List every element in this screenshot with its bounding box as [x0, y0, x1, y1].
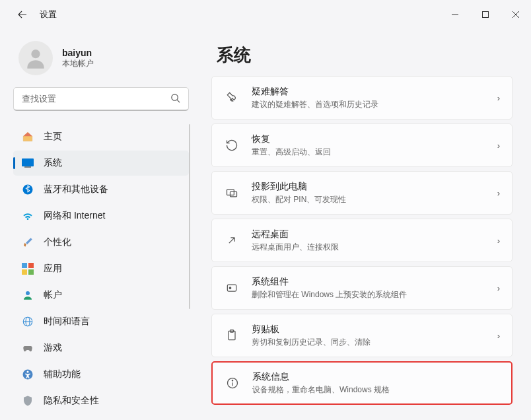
nav-system[interactable]: 系统 [13, 151, 189, 176]
user-sub: 本地帐户 [62, 58, 94, 69]
nav-label: 隐私和安全性 [44, 395, 99, 407]
svg-rect-22 [227, 285, 236, 291]
card-sub: 剪切和复制历史记录、同步、清除 [252, 337, 497, 348]
window-controls [440, 0, 531, 29]
card-sub: 建议的疑难解答、首选项和历史记录 [252, 99, 497, 110]
components-icon [224, 280, 240, 296]
shield-icon [21, 394, 34, 407]
card-title: 剪贴板 [252, 324, 497, 335]
wrench-icon [224, 90, 240, 106]
svg-point-19 [27, 370, 29, 372]
svg-rect-12 [22, 269, 27, 275]
chevron-right-icon: › [497, 188, 500, 198]
nav-label: 网络和 Internet [44, 210, 105, 222]
nav-time[interactable]: 时间和语言 [13, 309, 189, 334]
avatar [18, 41, 53, 75]
nav-label: 主页 [44, 131, 62, 143]
svg-rect-10 [22, 263, 27, 268]
chevron-right-icon: › [497, 236, 500, 246]
card-about[interactable]: 系统信息 设备规格，重命名电脑、Windows 规格 [211, 361, 513, 405]
recovery-icon [224, 137, 240, 153]
card-components[interactable]: 系统组件 删除和管理在 Windows 上预安装的系统组件 › [211, 266, 513, 310]
chevron-right-icon: › [497, 331, 500, 341]
person-icon [21, 289, 34, 302]
page-title: 系统 [211, 44, 513, 67]
svg-rect-11 [28, 263, 34, 268]
svg-rect-21 [230, 192, 237, 197]
nav-bluetooth[interactable]: 蓝牙和其他设备 [13, 177, 189, 202]
maximize-button[interactable] [470, 0, 501, 29]
nav-gaming[interactable]: 游戏 [13, 335, 189, 361]
card-recovery[interactable]: 恢复 重置、高级启动、返回 › [211, 123, 513, 167]
nav-personalization[interactable]: 个性化 [13, 230, 189, 255]
globe-icon [21, 315, 34, 328]
nav-label: 辅助功能 [44, 368, 81, 380]
nav-privacy[interactable]: 隐私和安全性 [13, 388, 189, 413]
nav-accounts[interactable]: 帐户 [13, 283, 189, 308]
nav-label: 蓝牙和其他设备 [44, 184, 108, 195]
card-sub: 远程桌面用户、连接权限 [252, 242, 497, 253]
nav-home[interactable]: 主页 [13, 124, 189, 149]
home-icon [21, 130, 34, 143]
user-name: baiyun [62, 48, 94, 58]
settings-list: 疑难解答 建议的疑难解答、首选项和历史记录 › 恢复 重置、高级启动、返回 › … [211, 76, 513, 405]
nav-apps[interactable]: 应用 [13, 256, 189, 281]
sidebar: baiyun 本地帐户 主页 系统 [0, 29, 198, 420]
close-button[interactable] [501, 0, 531, 29]
main-content: 系统 疑难解答 建议的疑难解答、首选项和历史记录 › 恢复 重置、高级启动、返回… [198, 29, 531, 420]
scrollbar[interactable] [189, 124, 190, 309]
svg-point-28 [232, 380, 232, 381]
card-project[interactable]: 投影到此电脑 权限、配对 PIN、可发现性 › [211, 171, 513, 215]
user-profile[interactable]: baiyun 本地帐户 [13, 38, 189, 87]
svg-rect-13 [28, 269, 34, 275]
nav-label: 系统 [44, 157, 62, 169]
nav: 主页 系统 蓝牙和其他设备 网络和 Internet 个性化 [13, 124, 189, 413]
bluetooth-icon [21, 183, 34, 196]
minimize-button[interactable] [440, 0, 470, 29]
svg-point-4 [31, 50, 40, 58]
nav-label: 应用 [44, 263, 62, 275]
card-title: 投影到此电脑 [252, 181, 497, 193]
project-icon [224, 185, 240, 201]
svg-rect-1 [483, 12, 489, 18]
nav-label: 帐户 [44, 289, 62, 301]
chevron-right-icon: › [497, 141, 500, 151]
svg-point-14 [26, 291, 30, 295]
card-title: 系统信息 [252, 371, 499, 383]
card-remote[interactable]: 远程桌面 远程桌面用户、连接权限 › [211, 219, 513, 262]
nav-label: 个性化 [44, 236, 71, 248]
info-icon [225, 375, 240, 391]
nav-label: 游戏 [44, 342, 62, 354]
svg-rect-7 [22, 158, 34, 166]
nav-network[interactable]: 网络和 Internet [13, 203, 189, 228]
svg-rect-8 [24, 166, 31, 168]
card-sub: 删除和管理在 Windows 上预安装的系统组件 [252, 289, 497, 300]
svg-line-6 [177, 100, 180, 102]
svg-point-5 [172, 94, 178, 100]
card-title: 远程桌面 [252, 228, 497, 240]
apps-icon [21, 262, 34, 275]
card-troubleshoot[interactable]: 疑难解答 建议的疑难解答、首选项和历史记录 › [211, 76, 513, 120]
card-sub: 权限、配对 PIN、可发现性 [252, 194, 497, 205]
system-icon [21, 157, 34, 170]
clipboard-icon [224, 328, 240, 343]
search-icon [170, 93, 180, 105]
card-title: 恢复 [252, 133, 497, 145]
nav-accessibility[interactable]: 辅助功能 [13, 362, 189, 387]
search-input[interactable] [22, 94, 170, 104]
nav-label: 时间和语言 [44, 316, 90, 328]
svg-point-23 [229, 287, 231, 289]
game-icon [21, 341, 34, 355]
back-button[interactable] [13, 5, 32, 24]
titlebar: 设置 [0, 0, 531, 29]
search-box[interactable] [13, 87, 189, 111]
chevron-right-icon: › [497, 283, 500, 293]
brush-icon [21, 236, 34, 249]
remote-icon [224, 232, 240, 248]
card-sub: 重置、高级启动、返回 [252, 147, 497, 158]
card-sub: 设备规格，重命名电脑、Windows 规格 [252, 384, 499, 396]
wifi-icon [21, 209, 34, 223]
accessibility-icon [21, 368, 34, 381]
card-title: 疑难解答 [252, 86, 497, 98]
card-clipboard[interactable]: 剪贴板 剪切和复制历史记录、同步、清除 › [211, 314, 513, 357]
